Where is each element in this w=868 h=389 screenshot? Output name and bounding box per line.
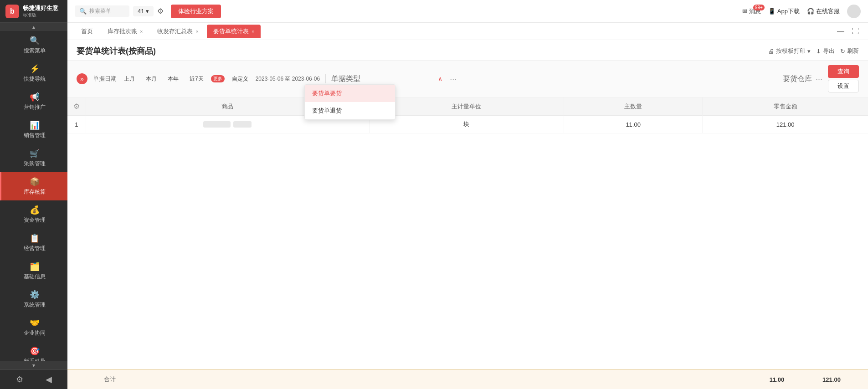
sidebar: b 畅捷通好生意 标准版 ▲ 🔍 搜索菜单 ⚡ 快捷导航 📢 营销推广 📊 销售… <box>0 0 67 389</box>
tab-collection-summary-label: 收发存汇总表 <box>157 27 193 36</box>
sidebar-item-sales[interactable]: 📊 销售管理 <box>0 116 67 144</box>
th-amount: 零售金额 <box>703 97 868 116</box>
export-button[interactable]: ⬇ 导出 <box>816 47 835 55</box>
online-service-label: 在线客服 <box>816 7 840 15</box>
topbar-dropdown-value: 41 <box>138 8 144 15</box>
messages-badge: 99+ <box>753 5 765 10</box>
chevron-down-icon: ▾ <box>146 8 149 15</box>
tab-inventory-batch[interactable]: 库存批次账 × <box>101 25 149 38</box>
query-button[interactable]: 查询 <box>828 65 859 78</box>
product-code-placeholder <box>233 121 252 128</box>
dropdown-item-return[interactable]: 要货单退货 <box>305 102 395 119</box>
page-header-actions: 🖨 按模板打印 ▾ ⬇ 导出 ↻ 刷新 <box>768 47 859 55</box>
sidebar-item-guide[interactable]: 🎯 新手引导 <box>0 342 67 361</box>
purchase-icon: 🛒 <box>30 148 40 159</box>
column-settings-icon[interactable]: ⚙ <box>73 102 80 110</box>
tab-collapse-icon[interactable]: — <box>835 26 846 37</box>
messages-button[interactable]: ✉ 消息 99+ <box>742 7 761 15</box>
app-download-button[interactable]: 📱 App下载 <box>768 7 800 15</box>
mobile-icon: 📱 <box>768 8 776 15</box>
sidebar-settings-btn[interactable]: ⚙ <box>16 374 23 384</box>
filter-warehouse-label: 要货仓库 <box>783 74 812 84</box>
th-unit: 主计量单位 <box>369 97 564 116</box>
sidebar-item-inventory-label: 库存核算 <box>24 188 46 196</box>
sidebar-scroll-down[interactable]: ▼ <box>0 361 67 369</box>
date-custom-btn[interactable]: 自定义 <box>228 74 252 84</box>
filter-type-label: 单据类型 <box>331 74 360 84</box>
table-header-row: ⚙ 商品 主计量单位 主数量 零售金额 <box>67 97 868 116</box>
page-title: 要货单统计表(按商品) <box>77 46 156 56</box>
trial-industry-button[interactable]: 体验行业方案 <box>171 5 221 18</box>
user-avatar[interactable] <box>847 5 861 18</box>
tab-home[interactable]: 首页 <box>75 25 99 38</box>
filter-type-more[interactable]: ··· <box>450 74 457 84</box>
tab-inventory-batch-close[interactable]: × <box>140 29 143 34</box>
filter-warehouse-more[interactable]: ··· <box>816 74 822 84</box>
app-logo-icon: b <box>5 5 19 18</box>
sidebar-item-purchase[interactable]: 🛒 采购管理 <box>0 144 67 172</box>
filter-type-arrow[interactable]: ∧ <box>438 75 442 82</box>
footer-quantity: 11.00 <box>750 376 804 383</box>
sidebar-item-search[interactable]: 🔍 搜索菜单 <box>0 31 67 59</box>
tab-home-label: 首页 <box>81 27 93 36</box>
sidebar-scroll-up[interactable]: ▲ <box>0 23 67 31</box>
message-icon: ✉ <box>742 8 747 15</box>
print-template-button[interactable]: 🖨 按模板打印 ▾ <box>768 47 811 55</box>
app-title: 畅捷通好生意 <box>23 5 58 12</box>
export-icon: ⬇ <box>816 48 821 55</box>
dropdown-item-order[interactable]: 要货单要货 <box>305 85 395 102</box>
tab-inventory-batch-label: 库存批次账 <box>108 27 137 36</box>
sidebar-nav: 🔍 搜索菜单 ⚡ 快捷导航 📢 营销推广 📊 销售管理 🛒 采购管理 📦 库存核… <box>0 31 67 361</box>
sidebar-item-quick-nav[interactable]: ⚡ 快捷导航 <box>0 59 67 87</box>
th-settings: ⚙ <box>67 97 86 116</box>
topbar-settings-icon[interactable]: ⚙ <box>157 7 164 15</box>
sidebar-item-search-label: 搜索菜单 <box>24 47 46 55</box>
sidebar-item-finance[interactable]: 💰 资金管理 <box>0 200 67 229</box>
date-last-7days-btn[interactable]: 近7天 <box>186 74 207 84</box>
print-expand-arrow: ▾ <box>807 48 811 55</box>
date-last-month-btn[interactable]: 上月 <box>120 74 139 84</box>
online-service-button[interactable]: 🎧 在线客服 <box>807 7 840 15</box>
sidebar-item-inventory[interactable]: 📦 库存核算 <box>0 172 67 200</box>
sidebar-item-marketing[interactable]: 📢 营销推广 <box>0 87 67 116</box>
table-footer: 合计 11.00 121.00 <box>67 369 868 389</box>
date-this-month-btn[interactable]: 本月 <box>142 74 160 84</box>
topbar-dropdown[interactable]: 41 ▾ <box>133 6 154 16</box>
sidebar-item-finance-label: 资金管理 <box>24 216 46 224</box>
search-menu-input[interactable]: 🔍 搜索菜单 <box>75 5 129 17</box>
filter-settings-button[interactable]: 设置 <box>828 80 859 92</box>
filter-type-select[interactable]: ∧ <box>364 74 446 84</box>
tab-requisition-stats[interactable]: 要货单统计表 × <box>207 25 261 38</box>
refresh-button[interactable]: ↻ 刷新 <box>840 47 859 55</box>
cell-unit: 块 <box>369 116 564 133</box>
filter-date-label: 单据日期 <box>93 75 117 83</box>
table-container: ⚙ 商品 主计量单位 主数量 零售金额 1 <box>67 97 868 369</box>
filter-bar: » 单据日期 上月 本月 本年 近7天 更多 自定义 2023-05-06 至 … <box>67 61 868 97</box>
sidebar-collapse-btn[interactable]: ◀ <box>46 374 52 384</box>
tab-collection-summary-close[interactable]: × <box>195 29 198 34</box>
product-cell <box>92 121 364 128</box>
sidebar-item-system[interactable]: ⚙️ 系统管理 <box>0 285 67 313</box>
date-more-badge[interactable]: 更多 <box>211 75 225 82</box>
topbar-right: ✉ 消息 99+ 📱 App下载 🎧 在线客服 <box>742 5 861 18</box>
tab-requisition-stats-close[interactable]: × <box>252 29 254 34</box>
date-this-year-btn[interactable]: 本年 <box>164 74 182 84</box>
sidebar-item-sales-label: 销售管理 <box>24 132 46 139</box>
filter-expand-button[interactable]: » <box>77 73 87 84</box>
tab-expand-icon[interactable]: ⛶ <box>850 26 861 37</box>
data-table: ⚙ 商品 主计量单位 主数量 零售金额 1 <box>67 97 868 133</box>
product-name-placeholder <box>203 121 231 128</box>
inventory-icon: 📦 <box>30 177 40 187</box>
sidebar-item-operation[interactable]: 📋 经营管理 <box>0 229 67 257</box>
topbar: 🔍 搜索菜单 41 ▾ ⚙ 体验行业方案 ✉ 消息 99+ 📱 App下载 🎧 <box>67 0 868 23</box>
sidebar-item-enterprise[interactable]: 🤝 企业协同 <box>0 313 67 342</box>
type-dropdown-popup: 要货单要货 要货单退货 <box>304 84 395 120</box>
sidebar-item-quick-nav-label: 快捷导航 <box>24 75 46 83</box>
page-content: 要货单统计表(按商品) 🖨 按模板打印 ▾ ⬇ 导出 ↻ 刷新 <box>67 40 868 389</box>
tab-collection-summary[interactable]: 收发存汇总表 × <box>151 25 205 38</box>
filter-type-group: 单据类型 ∧ ··· <box>331 74 777 84</box>
sidebar-item-basic[interactable]: 🗂️ 基础信息 <box>0 257 67 285</box>
th-quantity: 主数量 <box>564 97 703 116</box>
date-range-display: 2023-05-06 至 2023-06-06 <box>256 75 320 83</box>
refresh-label: 刷新 <box>847 47 859 55</box>
